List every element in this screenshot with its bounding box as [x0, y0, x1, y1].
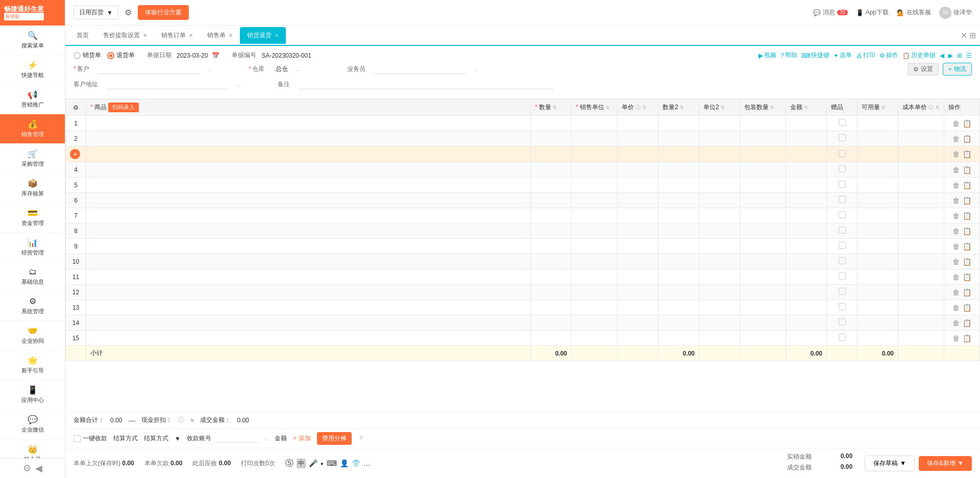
delete-icon[interactable]: 🗑 [952, 227, 960, 235]
copy-icon[interactable]: 📋 [963, 258, 971, 266]
online-service-button[interactable]: 💁 在线客服 [897, 8, 931, 17]
staff-dots[interactable]: ... [474, 66, 478, 72]
tab-close-icon[interactable]: ✕ [189, 33, 193, 38]
delete-row-icon-3[interactable]: 🗑 [952, 150, 960, 158]
cost-unit-cell-2[interactable] [898, 131, 944, 146]
delete-icon[interactable]: 🗑 [952, 166, 960, 174]
unit2-cell-1[interactable] [699, 116, 740, 131]
user-avatar[interactable]: 徐 徐泽华 [939, 7, 972, 19]
sidebar-item-marketing[interactable]: 📢 营销推广 [0, 85, 65, 114]
copy-icon[interactable]: 📋 [963, 334, 971, 342]
industry-select[interactable]: 日用百货 ▼ [74, 6, 118, 19]
delete-icon[interactable]: 🗑 [952, 258, 960, 266]
product-cell-2[interactable] [86, 131, 531, 146]
tab-close-icon[interactable]: ✕ [275, 33, 279, 38]
addr-input[interactable] [106, 80, 229, 89]
sale-unit-cell-2[interactable] [572, 131, 618, 146]
addr-dots[interactable]: ... [237, 82, 241, 87]
sale-unit-cell-3[interactable] [572, 146, 618, 162]
amount-cell-1[interactable] [786, 116, 827, 131]
experience-button[interactable]: 体验行业方案 [138, 5, 189, 20]
save-draft-button[interactable]: 保存草稿 ▼ [865, 456, 915, 471]
copy-icon[interactable]: 📋 [963, 166, 971, 174]
tab-close-icon[interactable]: ✕ [143, 33, 147, 38]
delete-row-icon-2[interactable]: 🗑 [952, 135, 960, 143]
app-download-button[interactable]: 📱 App下载 [856, 8, 889, 17]
shortcut-button[interactable]: ⌨ 快捷键 [801, 51, 829, 60]
quantity-cell-1[interactable] [531, 116, 572, 131]
list-view-icon[interactable]: ☰ [966, 52, 972, 59]
available-cell-3[interactable] [857, 146, 898, 162]
delete-icon[interactable]: 🗑 [952, 181, 960, 189]
dropdown-arrow-icon[interactable]: ▼ [175, 435, 181, 442]
warehouse-dots[interactable]: ... [296, 66, 300, 72]
copy-row-icon-2[interactable]: 📋 [963, 135, 971, 143]
video-button[interactable]: ▶ 视频 [758, 51, 776, 60]
cost-unit-cell-3[interactable] [898, 146, 944, 162]
tab-close-icon[interactable]: ✕ [229, 33, 233, 38]
product-input-3[interactable] [90, 150, 526, 158]
customer-input[interactable] [97, 64, 200, 74]
sidebar-item-apps[interactable]: 📱 应用中心 [0, 380, 65, 410]
amount-cell-3[interactable] [786, 146, 827, 162]
sidebar-item-business[interactable]: 📊 经营管理 [0, 233, 65, 262]
gift-cell-3[interactable] [827, 146, 857, 162]
sidebar-item-inventory[interactable]: 📦 库存核算 [0, 173, 65, 203]
qty2-cell-2[interactable] [658, 131, 699, 146]
tab-home[interactable]: 首页 [69, 27, 96, 44]
unit2-cell-2[interactable] [699, 131, 740, 146]
print-button[interactable]: 🖨 打印 [856, 51, 875, 60]
radio-sale-bill[interactable]: 销货单 [74, 51, 101, 60]
copy-icon[interactable]: 📋 [963, 242, 971, 250]
gift-cell-2[interactable] [827, 131, 857, 146]
product-cell-1[interactable] [86, 116, 531, 131]
sidebar-item-guide[interactable]: 🌟 新手引导 [0, 350, 65, 380]
sidebar-item-purchase[interactable]: 🛒 采购管理 [0, 144, 65, 173]
tab-sale-price[interactable]: 售价提取设置 ✕ [96, 27, 154, 44]
sidebar-item-member[interactable]: 👑 畅会员 [0, 439, 65, 458]
remark-input[interactable] [298, 80, 553, 89]
add-button[interactable]: + 添加 [293, 434, 310, 443]
sale-unit-cell-1[interactable] [572, 116, 618, 131]
copy-icon[interactable]: 📋 [963, 273, 971, 281]
add-logistics-button[interactable]: + 物流 [943, 63, 972, 76]
delete-icon[interactable]: 🗑 [952, 196, 960, 205]
setting-button[interactable]: ⚙ 设置 [908, 63, 939, 76]
copy-icon[interactable]: 📋 [963, 319, 971, 327]
sidebar-item-shortcut[interactable]: ⚡ 快捷导航 [0, 55, 65, 85]
unit-price-cell-2[interactable] [618, 131, 658, 146]
available-cell-2[interactable] [857, 131, 898, 146]
history-button[interactable]: 📋 历史单据 [902, 51, 936, 60]
delete-icon[interactable]: 🗑 [952, 334, 960, 342]
unit-price-cell-1[interactable] [618, 116, 658, 131]
copy-row-icon-3[interactable]: 📋 [963, 150, 971, 158]
help-button[interactable]: ? 帮助 [780, 51, 797, 60]
delete-icon[interactable]: 🗑 [952, 273, 960, 281]
copy-icon[interactable]: 📋 [963, 212, 971, 220]
fee-split-button[interactable]: 费用分摊 [317, 432, 352, 445]
cost-unit-cell-1[interactable] [898, 116, 944, 131]
topbar-gear-icon[interactable]: ⚙ [125, 8, 132, 17]
collapse-icon[interactable]: ◀ [35, 463, 42, 474]
sidebar-item-system[interactable]: ⚙ 系统管理 [0, 291, 65, 321]
settings-bottom-icon[interactable]: ⚙ [23, 463, 31, 474]
delete-icon[interactable]: 🗑 [952, 288, 960, 296]
gift-checkbox-1[interactable] [839, 119, 846, 126]
available-cell-1[interactable] [857, 116, 898, 131]
sidebar-item-enterprise[interactable]: 🤝 企业协同 [0, 321, 65, 350]
delete-icon[interactable]: 🗑 [952, 242, 960, 250]
quantity-cell-3[interactable] [531, 146, 572, 162]
copy-icon[interactable]: 📋 [963, 304, 971, 312]
col-gear-header[interactable]: ⚙ [66, 99, 86, 116]
tab-sale-out[interactable]: 销售单 ✕ [200, 27, 240, 44]
product-cell-3[interactable] [86, 146, 531, 162]
delete-icon[interactable]: 🗑 [952, 212, 960, 220]
unit2-cell-3[interactable] [699, 146, 740, 162]
close-all-tabs-icon[interactable]: ✕ [961, 31, 967, 40]
add-row-button[interactable]: + [70, 149, 80, 159]
pack-qty-cell-3[interactable] [740, 146, 786, 162]
scan-input-button[interactable]: 扫码录入 [108, 103, 139, 112]
sidebar-item-wechat[interactable]: 💬 企业微信 [0, 410, 65, 439]
sidebar-item-search[interactable]: 🔍 搜索菜单 [0, 26, 65, 55]
sidebar-item-sales[interactable]: 💰 销售管理 [0, 114, 65, 144]
